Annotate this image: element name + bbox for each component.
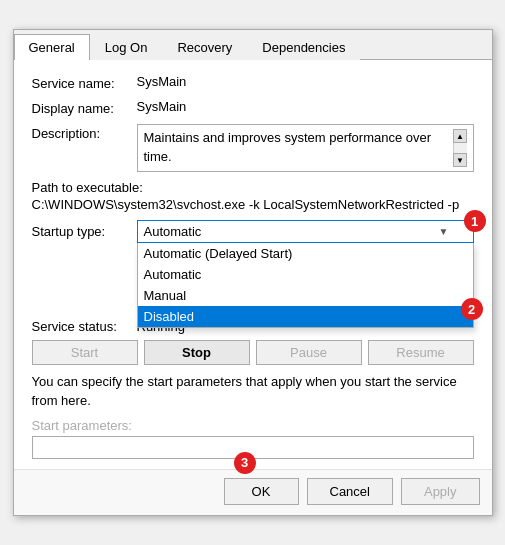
service-name-row: Service name: SysMain [32, 74, 474, 91]
pause-button[interactable]: Pause [256, 340, 362, 365]
apply-button[interactable]: Apply [401, 478, 480, 505]
description-text: Maintains and improves system performanc… [144, 129, 453, 165]
path-section: Path to executable: C:\WINDOWS\system32\… [32, 180, 474, 212]
cancel-button[interactable]: Cancel [307, 478, 393, 505]
tab-dependencies[interactable]: Dependencies [247, 34, 360, 60]
service-control-buttons: Start Stop Pause Resume [32, 340, 474, 365]
scroll-up-arrow[interactable]: ▲ [453, 129, 467, 143]
dropdown-option-auto[interactable]: Automatic [138, 264, 473, 285]
display-name-row: Display name: SysMain [32, 99, 474, 116]
description-box[interactable]: Maintains and improves system performanc… [137, 124, 474, 172]
description-label: Description: [32, 124, 137, 141]
tab-logon[interactable]: Log On [90, 34, 163, 60]
start-params-label: Start parameters: [32, 418, 474, 433]
startup-type-current: Automatic [144, 224, 202, 239]
startup-dropdown-menu: Automatic (Delayed Start) Automatic Manu… [137, 243, 474, 328]
tab-bar: General Log On Recovery Dependencies [14, 30, 492, 60]
hint-text: You can specify the start parameters tha… [32, 373, 474, 409]
description-row: Description: Maintains and improves syst… [32, 124, 474, 172]
resume-button[interactable]: Resume [368, 340, 474, 365]
bottom-buttons: 3 OK Cancel Apply [14, 469, 492, 515]
start-button[interactable]: Start [32, 340, 138, 365]
tab-general[interactable]: General [14, 34, 90, 60]
service-status-label: Service status: [32, 319, 137, 334]
display-name-label: Display name: [32, 99, 137, 116]
dropdown-arrow-icon: ▼ [439, 226, 449, 237]
service-name-value: SysMain [137, 74, 474, 89]
ok-btn-wrapper: 3 OK [224, 478, 299, 505]
dropdown-option-auto-delayed[interactable]: Automatic (Delayed Start) [138, 243, 473, 264]
path-value: C:\WINDOWS\system32\svchost.exe -k Local… [32, 197, 474, 212]
startup-type-row: Startup type: Automatic ▼ 1 Automatic (D… [32, 220, 474, 243]
tab-recovery[interactable]: Recovery [162, 34, 247, 60]
service-name-label: Service name: [32, 74, 137, 91]
path-label: Path to executable: [32, 180, 474, 195]
startup-type-label: Startup type: [32, 224, 137, 239]
startup-select-wrapper: Automatic ▼ 1 Automatic (Delayed Start) … [137, 220, 474, 243]
annotation-badge-1: 1 [464, 210, 486, 232]
dropdown-option-disabled[interactable]: Disabled 2 [138, 306, 473, 327]
ok-button[interactable]: OK [224, 478, 299, 505]
dropdown-option-manual[interactable]: Manual [138, 285, 473, 306]
display-name-value: SysMain [137, 99, 474, 114]
dialog-content: Service name: SysMain Display name: SysM… [14, 60, 492, 468]
description-scrollbar[interactable]: ▲ ▼ [453, 129, 467, 167]
stop-button[interactable]: Stop [144, 340, 250, 365]
startup-type-select[interactable]: Automatic ▼ 1 [137, 220, 474, 243]
annotation-badge-2: 2 [461, 298, 483, 320]
service-dialog: General Log On Recovery Dependencies Ser… [13, 29, 493, 515]
annotation-badge-3: 3 [234, 452, 256, 474]
scroll-down-arrow[interactable]: ▼ [453, 153, 467, 167]
